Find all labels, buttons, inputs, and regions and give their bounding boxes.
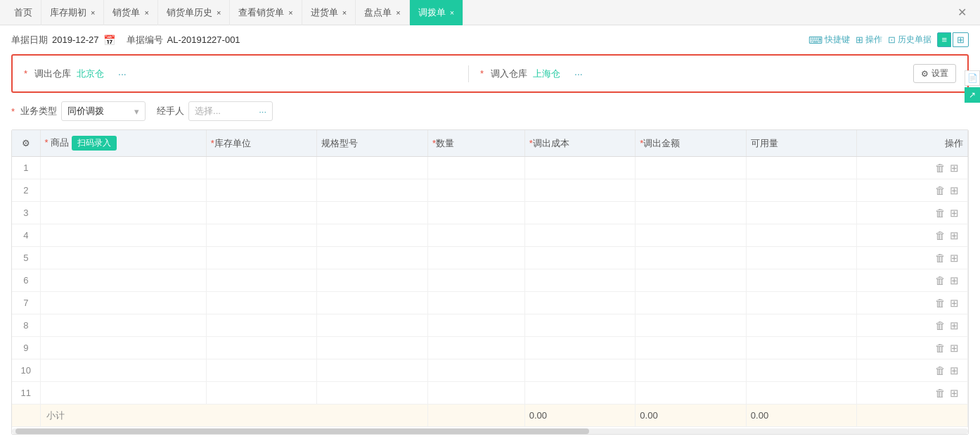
history-icon: ⊡ — [888, 34, 896, 45]
history-doc-button[interactable]: ⊡ 历史单据 — [888, 34, 931, 46]
list-view-button[interactable]: ≡ — [937, 32, 951, 47]
tab-home[interactable]: 首页 — [6, 0, 41, 25]
tab-transfer[interactable]: 调拨单 × — [410, 0, 463, 25]
row-1-qty[interactable] — [427, 157, 524, 179]
row-7-delete-icon[interactable]: 🗑 — [935, 297, 946, 309]
horizontal-scrollbar[interactable] — [12, 428, 968, 434]
table-row: 6 🗑⊞ — [12, 269, 968, 292]
tab-close-transfer[interactable]: × — [450, 8, 454, 17]
row-6-delete-icon[interactable]: 🗑 — [935, 274, 946, 286]
th-avail: 可用量 — [746, 130, 857, 157]
table-header-row: ⚙ * 商品 扫码录入 *库存单位 规格型号 *数量 *调出成本 — [12, 130, 968, 157]
main-content: 单据日期 2019-12-27 📅 单据编号 AL-20191227-001 ⌨… — [0, 25, 980, 442]
tab-close-sales-order[interactable]: × — [144, 8, 148, 17]
row-3-delete-icon[interactable]: 🗑 — [935, 207, 946, 219]
tab-close-stocktake[interactable]: × — [396, 8, 400, 17]
sidebar-export-icon[interactable]: ↗ — [965, 87, 980, 103]
subtotal-label: 小计 — [40, 404, 427, 427]
table-row: 4 🗑⊞ — [12, 224, 968, 247]
warehouse-out-label — [24, 68, 29, 79]
table-row: 2 🗑⊞ — [12, 179, 968, 202]
subtotal-row: 小计 0.00 0.00 0.00 — [12, 404, 968, 427]
row-5-copy-icon[interactable]: ⊞ — [950, 252, 959, 265]
warehouse-in-more[interactable]: ··· — [574, 68, 583, 79]
row-2-copy-icon[interactable]: ⊞ — [950, 184, 959, 197]
biz-type-select[interactable]: 同价调拨 ▾ — [61, 101, 146, 121]
tab-sales-history[interactable]: 销货单历史 × — [158, 0, 230, 25]
tab-inventory-init[interactable]: 库存期初 × — [41, 0, 104, 25]
row-9-copy-icon[interactable]: ⊞ — [950, 342, 959, 355]
row-1-avail[interactable] — [746, 157, 857, 179]
th-product: * 商品 扫码录入 — [40, 130, 206, 157]
row-5-delete-icon[interactable]: 🗑 — [935, 252, 946, 264]
row-4-delete-icon[interactable]: 🗑 — [935, 229, 946, 241]
agent-select[interactable]: 选择... ··· — [188, 101, 273, 121]
warehouse-out-value[interactable]: 北京仓 — [77, 68, 104, 80]
row-1-cost[interactable] — [524, 157, 636, 179]
table-row: 3 🗑⊞ — [12, 202, 968, 224]
row-6-copy-icon[interactable]: ⊞ — [950, 274, 959, 287]
row-3-copy-icon[interactable]: ⊞ — [950, 207, 959, 219]
view-toggle: ≡ ⊞ — [937, 32, 969, 47]
tab-close-view-sales[interactable]: × — [288, 8, 292, 17]
row-7-copy-icon[interactable]: ⊞ — [950, 297, 959, 310]
date-label: 单据日期 — [11, 34, 48, 46]
agent-more-icon: ··· — [259, 106, 266, 117]
biz-type-label: 业务类型 — [20, 105, 57, 117]
settings-button[interactable]: ⚙ 设置 — [913, 64, 956, 83]
row-2-delete-icon[interactable]: 🗑 — [935, 184, 946, 196]
th-ops: 操作 — [857, 130, 968, 157]
row-11-copy-icon[interactable]: ⊞ — [950, 387, 959, 400]
data-table: ⚙ * 商品 扫码录入 *库存单位 规格型号 *数量 *调出成本 — [12, 130, 968, 427]
operation-button[interactable]: ⊞ 操作 — [856, 34, 882, 46]
scrollbar-thumb[interactable] — [15, 428, 589, 434]
row-8-copy-icon[interactable]: ⊞ — [950, 319, 959, 332]
window-close-button[interactable]: ✕ — [949, 0, 974, 25]
toolbar-right: ⌨ 快捷键 ⊞ 操作 ⊡ 历史单据 ≡ ⊞ — [808, 32, 969, 47]
row-11-delete-icon[interactable]: 🗑 — [935, 387, 946, 399]
warehouse-in-label — [480, 68, 485, 79]
row-1-amount[interactable] — [636, 157, 747, 179]
calendar-icon[interactable]: 📅 — [103, 34, 115, 46]
th-gear[interactable]: ⚙ — [12, 130, 40, 157]
warehouse-in-field: 调入仓库 上海仓 ··· — [480, 68, 913, 80]
grid-view-button[interactable]: ⊞ — [953, 32, 969, 47]
grid-icon: ⊞ — [856, 34, 863, 45]
table-body: 1 🗑 ⊞ 2 — [12, 157, 968, 427]
row-10-copy-icon[interactable]: ⊞ — [950, 364, 959, 377]
tab-view-sales[interactable]: 查看销货单 × — [230, 0, 302, 25]
row-1-spec[interactable] — [317, 157, 428, 179]
shortcut-key-button[interactable]: ⌨ 快捷键 — [808, 34, 850, 46]
tab-stocktake[interactable]: 盘点单 × — [356, 0, 409, 25]
scan-button[interactable]: 扫码录入 — [72, 136, 117, 151]
doc-number-field: 单据编号 AL-20191227-001 — [127, 34, 240, 46]
tab-close-purchase[interactable]: × — [342, 8, 347, 17]
row-10-delete-icon[interactable]: 🗑 — [935, 364, 946, 376]
row-1-ops: 🗑 ⊞ — [857, 157, 968, 179]
warehouse-in-value[interactable]: 上海仓 — [533, 68, 560, 80]
tab-close-inventory-init[interactable]: × — [91, 8, 95, 17]
row-1-copy-icon[interactable]: ⊞ — [950, 162, 959, 174]
form-row-top: 单据日期 2019-12-27 📅 单据编号 AL-20191227-001 ⌨… — [11, 32, 969, 47]
sidebar-doc-icon[interactable]: 📄 — [965, 70, 980, 86]
row-1-delete-icon[interactable]: 🗑 — [935, 162, 946, 174]
form-row-biz: 业务类型 同价调拨 ▾ 经手人 选择... ··· — [11, 101, 969, 121]
table-row: 10 🗑⊞ — [12, 359, 968, 382]
row-8-delete-icon[interactable]: 🗑 — [935, 319, 946, 331]
warehouse-out-more[interactable]: ··· — [118, 68, 127, 79]
table-row: 5 🗑⊞ — [12, 247, 968, 269]
row-4-copy-icon[interactable]: ⊞ — [950, 229, 959, 242]
table-row: 1 🗑 ⊞ — [12, 157, 968, 179]
tab-close-sales-history[interactable]: × — [217, 8, 221, 17]
row-num-1: 1 — [12, 157, 40, 179]
chevron-down-icon: ▾ — [134, 106, 139, 117]
row-1-unit[interactable] — [206, 157, 317, 179]
tab-purchase[interactable]: 进货单 × — [302, 0, 356, 25]
agent-field: 经手人 选择... ··· — [157, 101, 273, 121]
warehouse-divider — [468, 65, 469, 82]
warehouse-in-label-text: 调入仓库 — [491, 68, 527, 80]
row-1-product[interactable] — [40, 157, 206, 179]
row-9-delete-icon[interactable]: 🗑 — [935, 342, 946, 354]
tab-sales-order[interactable]: 销货单 × — [104, 0, 157, 25]
keyboard-icon: ⌨ — [808, 34, 823, 46]
